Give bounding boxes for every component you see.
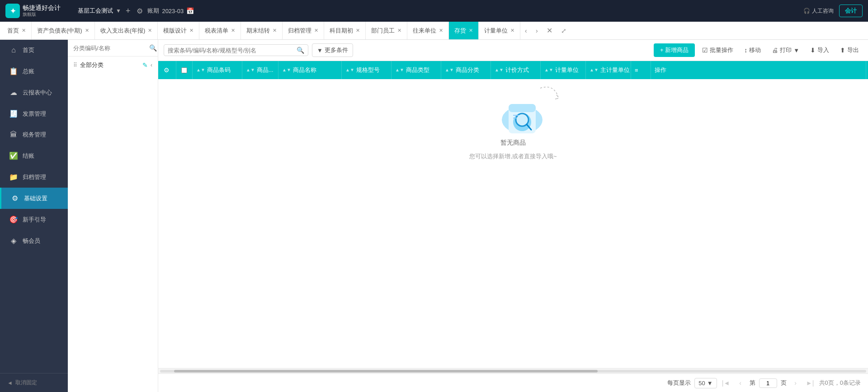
tab-inventory-close[interactable]: ✕ xyxy=(469,28,473,33)
tab-subject-close[interactable]: ✕ xyxy=(356,28,360,33)
tab-inventory[interactable]: 存货 ✕ xyxy=(449,22,479,40)
export-button[interactable]: ⬆ 导出 xyxy=(836,44,863,57)
empty-state: 暂无商品 您可以选择新增,或者直接导入哦~ xyxy=(158,79,868,161)
tab-home-close[interactable]: ✕ xyxy=(22,28,26,33)
per-page-select[interactable]: 50 ▼ xyxy=(694,378,717,388)
tab-tax[interactable]: 税表清单 ✕ xyxy=(199,22,241,40)
tab-next-button[interactable]: › xyxy=(531,22,542,40)
tab-template-close[interactable]: ✕ xyxy=(189,28,193,33)
settings-icon[interactable]: ⚙ xyxy=(135,7,145,15)
th-spec[interactable]: ▲▼ 规格型号 xyxy=(342,61,392,79)
category-search-icon[interactable]: 🔍 xyxy=(149,44,157,52)
th-unit[interactable]: ▲▼ 计量单位 xyxy=(541,61,586,79)
th-main-unit[interactable]: ▲▼ 主计量单位 xyxy=(586,61,631,79)
import-button[interactable]: ⬇ 导入 xyxy=(807,44,833,57)
logo-area: ✦ 畅捷通好会计 旗舰版 xyxy=(5,4,73,18)
category-collapse-icon[interactable]: ‹ xyxy=(151,62,152,68)
th-gear[interactable]: ⚙ xyxy=(160,61,176,79)
sidebar-item-tax[interactable]: 🏛 税务管理 xyxy=(0,124,68,145)
tab-balance[interactable]: 资产负债表(中期) ✕ xyxy=(32,22,95,40)
th-checkbox[interactable] xyxy=(176,61,193,79)
th-barcode[interactable]: ▲▼ 商品条码 xyxy=(193,61,242,79)
add-tab-button[interactable]: + xyxy=(124,6,132,16)
tab-home[interactable]: 首页 ✕ xyxy=(2,22,32,40)
tab-dept[interactable]: 部门员工 ✕ xyxy=(366,22,407,40)
calendar-icon[interactable]: 📅 xyxy=(186,7,194,14)
company-dropdown-icon[interactable]: ▼ xyxy=(116,8,121,14)
export-icon: ⬆ xyxy=(840,47,845,54)
print-button[interactable]: 🖨 打印 ▼ xyxy=(768,44,803,57)
tab-template[interactable]: 模版设计 ✕ xyxy=(158,22,199,40)
sidebar-item-ledger[interactable]: 📋 总账 xyxy=(0,61,68,82)
tab-archive[interactable]: 归档管理 ✕ xyxy=(283,22,324,40)
th-price-method[interactable]: ▲▼ 计价方式 xyxy=(491,61,541,79)
tab-bar: 首页 ✕ 资产负债表(中期) ✕ 收入支出表(年报) ✕ 模版设计 ✕ 税表清单… xyxy=(0,22,868,40)
cancel-pin-button[interactable]: ◄ 取消固定 xyxy=(0,373,68,392)
sidebar-item-close[interactable]: ✅ 结账 xyxy=(0,145,68,166)
tab-dept-close[interactable]: ✕ xyxy=(397,28,401,33)
customer-service-button[interactable]: 🎧 人工咨询 xyxy=(803,7,834,15)
pagination: 每页显示 50 ▼ |◄ ‹ 第 页 › ►| 共0页，0条记录 xyxy=(158,373,868,392)
horizontal-scrollbar[interactable] xyxy=(158,368,868,373)
tab-partner-close[interactable]: ✕ xyxy=(439,28,443,33)
tab-income-close[interactable]: ✕ xyxy=(148,28,152,33)
empty-icon-area xyxy=(486,79,540,133)
gear-col-icon[interactable]: ⚙ xyxy=(164,66,170,74)
add-product-button[interactable]: + 新增商品 xyxy=(654,43,695,57)
close-all-tabs-button[interactable]: ✕ xyxy=(542,22,557,40)
company-area: 基层工会测试 ▼ + ⚙ 账期 2023-03 📅 xyxy=(78,6,799,16)
sidebar-guide-label: 新手引导 xyxy=(23,216,46,224)
tab-partner[interactable]: 往来单位 ✕ xyxy=(407,22,449,40)
category-edit-icon[interactable]: ✎ xyxy=(142,61,148,69)
tab-income[interactable]: 收入支出表(年报) ✕ xyxy=(95,22,158,40)
tab-tax-close[interactable]: ✕ xyxy=(231,28,235,33)
tab-archive-close[interactable]: ✕ xyxy=(314,28,318,33)
th-name[interactable]: ▲▼ 商品名称 xyxy=(278,61,342,79)
filter-button[interactable]: ▼ 更多条件 xyxy=(312,43,353,57)
th-category[interactable]: ▲▼ 商品分类 xyxy=(441,61,491,79)
tab-prev-button[interactable]: ‹ xyxy=(520,22,531,40)
export-label: 导出 xyxy=(847,46,859,54)
batch-action-button[interactable]: ☑ 批量操作 xyxy=(698,44,737,57)
tab-inventory-label: 存货 xyxy=(454,27,466,35)
prev-page-button[interactable]: ‹ xyxy=(735,378,746,388)
th-type[interactable]: ▲▼ 商品类型 xyxy=(392,61,441,79)
category-search-input[interactable] xyxy=(73,45,149,52)
sidebar-item-cloud[interactable]: ☁ 云报表中心 xyxy=(0,82,68,103)
sidebar-item-settings[interactable]: ⚙ 基础设置 xyxy=(0,188,68,209)
first-page-button[interactable]: |◄ xyxy=(721,378,731,388)
sidebar-item-guide[interactable]: 🎯 新手引导 xyxy=(0,209,68,230)
last-page-button[interactable]: ►| xyxy=(805,378,816,388)
all-categories-item[interactable]: ⠿ 全部分类 ✎ ‹ xyxy=(68,57,158,74)
move-icon: ↕ xyxy=(744,47,747,54)
tab-unit-close[interactable]: ✕ xyxy=(510,28,514,33)
search-icon[interactable]: 🔍 xyxy=(297,47,304,54)
tab-period[interactable]: 期末结转 ✕ xyxy=(241,22,283,40)
sidebar-invoice-label: 发票管理 xyxy=(23,110,46,118)
th-more[interactable]: ≡ xyxy=(631,61,651,79)
sidebar-item-member[interactable]: ◈ 畅会员 xyxy=(0,230,68,251)
invoice-icon: 🧾 xyxy=(9,109,18,118)
next-page-button[interactable]: › xyxy=(790,378,801,388)
service-label: 人工咨询 xyxy=(812,7,834,15)
move-button[interactable]: ↕ 移动 xyxy=(741,44,764,57)
th-code[interactable]: ▲▼ 商品... xyxy=(242,61,278,79)
sidebar-archive-label: 归档管理 xyxy=(23,173,46,181)
expand-tab-button[interactable]: ⤢ xyxy=(557,22,571,40)
select-all-checkbox[interactable] xyxy=(181,67,187,73)
page-number-input[interactable] xyxy=(759,378,777,388)
search-input[interactable] xyxy=(168,47,295,54)
tab-unit[interactable]: 计量单位 ✕ xyxy=(479,22,520,40)
sidebar-item-invoice[interactable]: 🧾 发票管理 xyxy=(0,103,68,124)
account-button[interactable]: 会计 xyxy=(839,5,863,17)
sidebar-item-archive[interactable]: 📁 归档管理 xyxy=(0,166,68,188)
tab-balance-close[interactable]: ✕ xyxy=(85,28,89,33)
sidebar-item-home[interactable]: ⌂ 首页 xyxy=(0,40,68,61)
scrollbar-thumb[interactable] xyxy=(174,370,598,373)
tab-period-close[interactable]: ✕ xyxy=(273,28,277,33)
table-header: ⚙ ▲▼ 商品条码 ▲▼ 商品... ▲▼ 商品名称 xyxy=(158,61,868,79)
sidebar-settings-label: 基础设置 xyxy=(24,194,47,203)
tab-subject[interactable]: 科目期初 ✕ xyxy=(324,22,366,40)
inner-layout: 🔍 ⠿ 全部分类 ✎ ‹ 🔍 ▼ xyxy=(68,40,868,392)
svg-rect-2 xyxy=(509,104,536,112)
